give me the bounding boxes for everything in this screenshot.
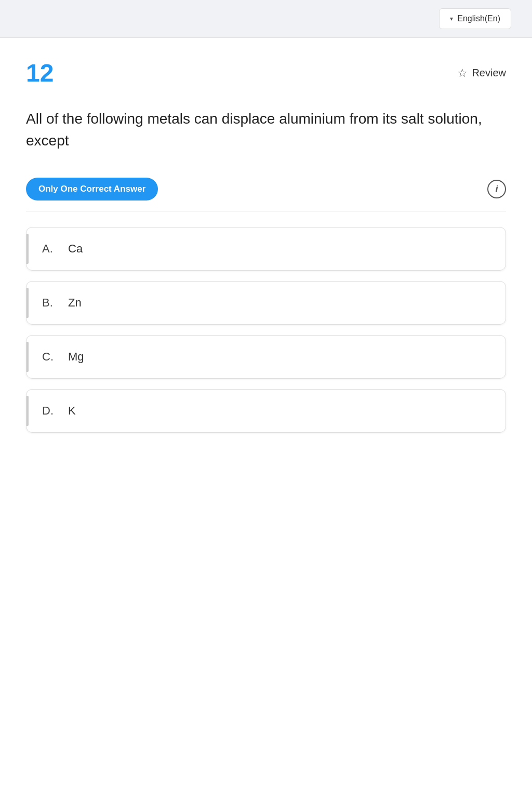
chevron-down-icon: ▾ [450, 15, 453, 22]
language-label: English(En) [457, 14, 500, 23]
review-button[interactable]: ☆ Review [457, 66, 506, 80]
option-item[interactable]: A.Ca [26, 227, 506, 271]
option-label: B. [42, 296, 68, 310]
options-list: A.CaB.ZnC.MgD.K [26, 227, 506, 433]
question-header: 12 ☆ Review [26, 59, 506, 87]
option-text: Ca [68, 242, 83, 256]
question-number: 12 [26, 59, 54, 87]
review-label: Review [472, 67, 506, 79]
option-label: D. [42, 404, 68, 418]
option-label: A. [42, 242, 68, 256]
option-item[interactable]: B.Zn [26, 281, 506, 325]
divider [26, 211, 506, 211]
option-text: K [68, 404, 76, 418]
top-bar: ▾ English(En) [0, 0, 532, 38]
option-text: Mg [68, 350, 84, 364]
option-item[interactable]: C.Mg [26, 335, 506, 379]
answer-type-badge[interactable]: Only One Correct Answer [26, 178, 158, 200]
option-text: Zn [68, 296, 82, 310]
main-content: 12 ☆ Review All of the following metals … [0, 38, 532, 802]
language-selector[interactable]: ▾ English(En) [439, 8, 511, 29]
question-text: All of the following metals can displace… [26, 108, 506, 152]
option-item[interactable]: D.K [26, 389, 506, 433]
option-label: C. [42, 350, 68, 364]
star-icon: ☆ [457, 66, 468, 80]
info-icon[interactable]: i [487, 180, 506, 198]
answer-type-section: Only One Correct Answer i [26, 178, 506, 200]
